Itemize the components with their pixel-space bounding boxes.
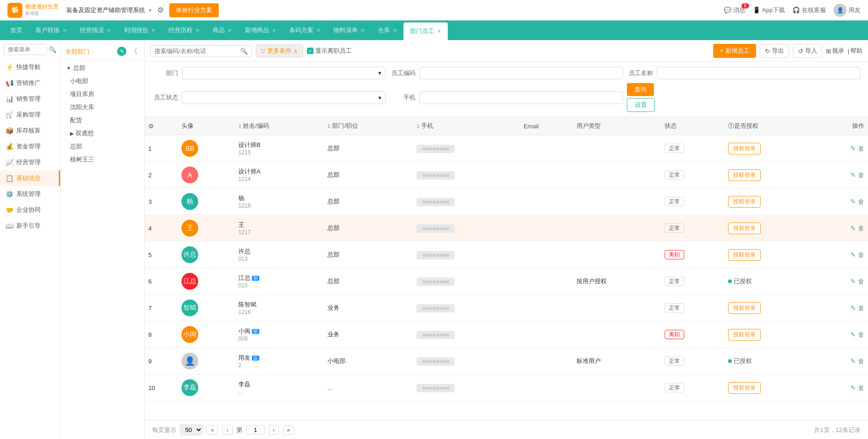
close-icon[interactable]: ✕ xyxy=(437,28,441,35)
code-filter-input[interactable] xyxy=(419,67,623,79)
dept-item-xiaodian[interactable]: 小电部 xyxy=(61,75,144,88)
help-button[interactable]: | 帮助 xyxy=(848,47,862,55)
close-icon[interactable]: ✕ xyxy=(272,28,276,34)
import-button[interactable]: ↺ 导入 xyxy=(793,44,822,58)
tab-department-staff[interactable]: 部门员工 ✕ xyxy=(403,22,448,40)
tab-profit[interactable]: 利润报告 ✕ xyxy=(118,21,162,40)
system-dropdown-icon[interactable]: ▾ xyxy=(149,7,152,14)
first-page-button[interactable]: « xyxy=(207,425,218,435)
dept-item-shuanglu[interactable]: ▶双鹿想 xyxy=(61,127,144,140)
last-page-button[interactable]: » xyxy=(283,425,294,435)
settings-icon[interactable]: ⚙ xyxy=(155,4,166,16)
col-phone[interactable]: ↕ 手机 xyxy=(413,117,520,135)
sidebar-item-collab[interactable]: 🤝 企业协同 xyxy=(0,202,60,218)
page-input[interactable] xyxy=(246,425,265,435)
show-former-toggle[interactable]: ✓ 显示离职员工 xyxy=(307,47,352,55)
delete-button[interactable]: 🗑 xyxy=(858,145,864,152)
edit-button[interactable]: ✎ xyxy=(850,171,856,179)
dept-item-head[interactable]: 总部 xyxy=(61,140,144,153)
authorize-button[interactable]: 授权登录 xyxy=(728,143,761,154)
delete-button[interactable]: 🗑 xyxy=(858,198,864,205)
delete-button[interactable]: 🗑 xyxy=(858,304,864,312)
dept-item-shenyang[interactable]: 沈阳大库 xyxy=(61,101,144,114)
tab-customer[interactable]: 客户联络 ✕ xyxy=(29,21,73,40)
close-icon[interactable]: ✕ xyxy=(151,28,155,34)
tab-home[interactable]: 首页 xyxy=(4,21,29,40)
dept-collapse-icon[interactable]: 《 xyxy=(128,47,139,56)
dept-item-project[interactable]: 项目库房 xyxy=(61,88,144,101)
close-icon[interactable]: ✕ xyxy=(316,28,320,34)
edit-button[interactable]: ✎ xyxy=(850,357,856,365)
edit-button[interactable]: ✎ xyxy=(850,224,856,232)
edit-button[interactable]: ✎ xyxy=(850,278,856,285)
dept-item-distribution[interactable]: 配货 xyxy=(61,114,144,127)
dept-item-headquarters[interactable]: ▼总部 xyxy=(61,62,144,75)
tab-bom[interactable]: 物料清单 ✕ xyxy=(327,21,371,40)
sidebar-item-sales[interactable]: 📊 销售管理 xyxy=(0,91,60,107)
app-download-button[interactable]: 📱 App下载 xyxy=(753,6,785,14)
edit-button[interactable]: ✎ xyxy=(850,384,856,391)
close-icon[interactable]: ✕ xyxy=(393,28,397,34)
prev-page-button[interactable]: ‹ xyxy=(222,425,232,435)
edit-button[interactable]: ✎ xyxy=(850,331,856,338)
status-filter-select[interactable]: ▾ xyxy=(182,91,386,104)
authorize-button[interactable]: 授权登录 xyxy=(728,249,761,261)
delete-button[interactable]: 🗑 xyxy=(858,278,864,285)
dept-add-icon[interactable]: ✎ xyxy=(117,47,126,56)
add-employee-button[interactable]: + 新增员工 xyxy=(713,44,756,58)
sidebar-item-finance[interactable]: 💰 资金管理 xyxy=(0,139,60,154)
user-menu[interactable]: 👤 用友 xyxy=(833,4,861,17)
delete-button[interactable]: 🗑 xyxy=(858,224,864,232)
next-page-button[interactable]: › xyxy=(269,425,279,435)
tab-goods[interactable]: 商品 ✕ xyxy=(206,21,238,40)
delete-button[interactable]: 🗑 xyxy=(858,331,864,338)
close-icon[interactable]: ✕ xyxy=(195,28,200,34)
phone-filter-input[interactable] xyxy=(419,91,623,104)
dept-item-planting[interactable]: 植树王三 xyxy=(61,153,144,166)
col-settings[interactable]: ⚙ xyxy=(145,117,178,135)
query-button[interactable]: 查询 xyxy=(627,83,654,96)
search-input[interactable] xyxy=(154,48,238,55)
sidebar-item-guide[interactable]: 📖 新手引导 xyxy=(0,218,60,234)
per-page-select[interactable]: 50 xyxy=(180,425,203,435)
sidebar-item-marketing[interactable]: 📢 营销推广 xyxy=(0,75,60,91)
sidebar-item-system[interactable]: ⚙️ 系统管理 xyxy=(0,186,60,202)
trial-button[interactable]: 体验行业方案 xyxy=(169,3,219,17)
delete-button[interactable]: 🗑 xyxy=(858,384,864,391)
sidebar-item-management[interactable]: 📈 经营管理 xyxy=(0,154,60,170)
sidebar-item-inventory[interactable]: 📦 库存核算 xyxy=(0,123,60,139)
close-icon[interactable]: ✕ xyxy=(228,28,232,34)
col-dept[interactable]: ↕ 部门/职位 xyxy=(324,117,413,135)
delete-button[interactable]: 🗑 xyxy=(858,171,864,179)
delete-button[interactable]: 🗑 xyxy=(858,357,864,365)
dept-filter-select[interactable]: ▾ xyxy=(182,67,386,79)
close-icon[interactable]: ✕ xyxy=(361,28,365,34)
message-button[interactable]: 💬 消息 6 xyxy=(724,6,745,14)
authorize-button[interactable]: 授权登录 xyxy=(728,196,761,208)
tab-warehouse[interactable]: 仓库 ✕ xyxy=(371,21,403,40)
tab-operations[interactable]: 经营情况 ✕ xyxy=(73,21,118,40)
sidebar-item-quicknav[interactable]: ⚡ 快捷导航 xyxy=(0,59,60,75)
authorize-button[interactable]: 授权登录 xyxy=(728,169,761,181)
tab-history[interactable]: 经营历程 ✕ xyxy=(162,21,206,40)
tab-barcode[interactable]: 条码方案 ✕ xyxy=(283,21,327,40)
authorize-button[interactable]: 授权登录 xyxy=(728,223,761,234)
name-filter-input[interactable] xyxy=(657,67,861,79)
sidebar-item-purchase[interactable]: 🛒 采购管理 xyxy=(0,107,60,123)
close-icon[interactable]: ✕ xyxy=(107,28,111,34)
edit-button[interactable]: ✎ xyxy=(850,251,856,258)
view-button[interactable]: ⊞ 视录 xyxy=(826,47,844,55)
authorize-button[interactable]: 授权登录 xyxy=(728,302,761,314)
edit-button[interactable]: ✎ xyxy=(850,198,856,205)
set-button[interactable]: 设置 xyxy=(627,98,655,112)
delete-button[interactable]: 🗑 xyxy=(858,251,864,258)
col-name[interactable]: ↕ 姓名/编码 xyxy=(235,117,324,135)
sidebar-item-basic[interactable]: 📋 基础信息 xyxy=(0,170,60,186)
online-service-button[interactable]: 🎧 在线客服 xyxy=(792,6,826,14)
edit-button[interactable]: ✎ xyxy=(850,145,856,152)
tab-new-goods[interactable]: 新增商品 ✕ xyxy=(238,21,283,40)
authorize-button[interactable]: 授权登录 xyxy=(728,382,761,394)
more-filter-button[interactable]: ▽ 更多条件 ∧ xyxy=(256,44,303,57)
authorize-button[interactable]: 授权登录 xyxy=(728,329,761,341)
edit-button[interactable]: ✎ xyxy=(850,304,856,312)
